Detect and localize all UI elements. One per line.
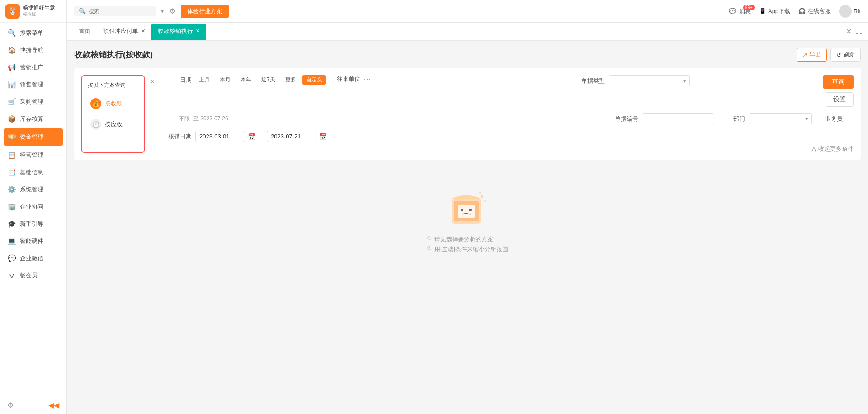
date-custom-btn[interactable]: 自定义 bbox=[302, 75, 326, 85]
sidebar-item-inventory[interactable]: 📦 库存核算 bbox=[0, 110, 66, 128]
sidebar-item-label-hardware: 智能硬件 bbox=[20, 237, 43, 245]
page-header: 收款核销执行(按收款) ↗ 导出 ↺ 刷新 bbox=[74, 48, 861, 62]
search-icon: 🔍 bbox=[7, 29, 16, 37]
logo-icon: 🐰 bbox=[5, 4, 20, 19]
svg-point-5 bbox=[481, 195, 483, 198]
collapse-chevron-icon: ⋀ bbox=[811, 146, 816, 152]
sidebar-item-label-purchase: 采购管理 bbox=[20, 98, 43, 106]
sidebar: 🐰 畅捷通好生意 标准版 🔍 搜索菜单 🏠 快捷导航 📢 营销推广 📊 销售管理… bbox=[0, 0, 67, 414]
date-to-text: 至 2023-07-26 bbox=[193, 115, 228, 123]
doc-type-select-wrapper bbox=[609, 75, 690, 86]
collapse-more-button[interactable]: ⋀ 收起更多条件 bbox=[165, 145, 854, 153]
export-icon: ↗ bbox=[802, 52, 807, 58]
topbar-gear-icon[interactable]: ⚙ bbox=[169, 7, 175, 15]
sidebar-item-label-guide: 新手引导 bbox=[20, 220, 43, 228]
tab-receipt-verify[interactable]: 收款核销执行 ✕ bbox=[151, 24, 206, 40]
partner-dots-icon[interactable]: ··· bbox=[364, 75, 371, 83]
export-button[interactable]: ↗ 导出 bbox=[797, 48, 827, 62]
sidebar-item-label-finance: 资金管理 bbox=[20, 133, 43, 141]
empty-hint1: 请先选择要分析的方案 bbox=[434, 235, 493, 243]
filter-option-by-receivable[interactable]: 🕐 按应收 bbox=[88, 115, 138, 133]
wechat-icon: 💬 bbox=[7, 254, 16, 262]
sales-icon: 📊 bbox=[7, 81, 16, 89]
filter-collapse-button[interactable]: « bbox=[150, 77, 159, 85]
verify-date-start-input[interactable] bbox=[195, 131, 245, 142]
refresh-button[interactable]: ↺ 刷新 bbox=[830, 48, 861, 62]
verify-date-label: 核销日期 bbox=[165, 133, 192, 141]
sidebar-item-guide[interactable]: 🎓 新手引导 bbox=[0, 215, 66, 233]
search-input[interactable] bbox=[89, 8, 143, 14]
sidebar-nav: 🔍 搜索菜单 🏠 快捷导航 📢 营销推广 📊 销售管理 🛒 采购管理 📦 库存核… bbox=[0, 23, 66, 396]
sidebar-item-quick-nav[interactable]: 🏠 快捷导航 bbox=[0, 42, 66, 59]
sidebar-item-operation[interactable]: 📋 经营管理 bbox=[0, 147, 66, 164]
svg-point-3 bbox=[461, 209, 463, 211]
inventory-icon: 📦 bbox=[7, 115, 16, 123]
date-more-btn[interactable]: 更多 bbox=[282, 75, 300, 85]
empty-state: ① 请先选择要分析的方案 ② 用[过滤]条件来缩小分析范围 bbox=[74, 160, 861, 282]
refresh-icon: ↺ bbox=[836, 52, 841, 58]
search-box: 🔍 bbox=[74, 6, 156, 16]
staff-label: 业务员 bbox=[816, 115, 843, 123]
tab-prepay[interactable]: 预付冲应付单 ✕ bbox=[97, 24, 151, 40]
sidebar-item-label-operation: 经营管理 bbox=[20, 151, 43, 159]
sidebar-item-marketing[interactable]: 📢 营销推广 bbox=[0, 59, 66, 76]
sidebar-item-finance[interactable]: 💴 资金管理 bbox=[4, 128, 63, 146]
verify-date-end-input[interactable] bbox=[267, 131, 316, 142]
setting-button[interactable]: 设置 bbox=[826, 92, 854, 107]
sidebar-item-purchase[interactable]: 🛒 采购管理 bbox=[0, 93, 66, 110]
sidebar-item-sales[interactable]: 📊 销售管理 bbox=[0, 76, 66, 93]
page-actions: ↗ 导出 ↺ 刷新 bbox=[797, 48, 861, 62]
tab-prepay-label: 预付冲应付单 bbox=[103, 27, 138, 35]
doc-no-input[interactable] bbox=[642, 113, 714, 124]
filter-action-buttons: 查询 设置 bbox=[823, 75, 854, 107]
industry-solution-button[interactable]: 体验行业方案 bbox=[181, 5, 229, 18]
date-last-month-btn[interactable]: 上月 bbox=[195, 75, 213, 85]
sidebar-bottom: ⚙ ◀◀ bbox=[0, 396, 66, 414]
query-button[interactable]: 查询 bbox=[823, 75, 854, 89]
filter-option-by-receipt[interactable]: 💰 按收款 bbox=[88, 95, 138, 113]
date-this-month-btn[interactable]: 本月 bbox=[216, 75, 234, 85]
filter-scheme-title: 按以下方案查询 bbox=[88, 81, 138, 89]
sidebar-item-enterprise[interactable]: 🏢 企业协同 bbox=[0, 198, 66, 215]
online-service-link[interactable]: 🎧 在线客服 bbox=[798, 7, 831, 15]
sidebar-item-hardware[interactable]: 💻 智能硬件 bbox=[0, 233, 66, 250]
app-download-link[interactable]: 📱 App下载 bbox=[759, 7, 790, 15]
tab-close-all-icon[interactable]: ✕ bbox=[846, 27, 852, 36]
verify-date-start-cal-icon[interactable]: 📅 bbox=[248, 133, 255, 140]
date-last-7days-btn[interactable]: 近7天 bbox=[258, 75, 279, 85]
user-info[interactable]: Rit bbox=[839, 5, 861, 18]
doc-no-label: 单据编号 bbox=[611, 115, 638, 123]
tab-home[interactable]: 首页 bbox=[72, 24, 97, 40]
sidebar-item-label-basic-info: 基础信息 bbox=[20, 168, 43, 176]
collapse-more-label: 收起更多条件 bbox=[818, 145, 854, 153]
svg-point-7 bbox=[479, 192, 481, 194]
tab-receipt-verify-close[interactable]: ✕ bbox=[196, 28, 200, 34]
tab-expand-icon[interactable]: ⛶ bbox=[855, 27, 863, 36]
system-icon: ⚙️ bbox=[7, 186, 16, 194]
sidebar-item-vip[interactable]: V 畅会员 bbox=[0, 267, 66, 284]
topbar-chevron-icon[interactable]: ▾ bbox=[161, 8, 164, 14]
empty-text: ① 请先选择要分析的方案 ② 用[过滤]条件来缩小分析范围 bbox=[427, 235, 508, 255]
date-shortcuts: 上月 本月 本年 近7天 更多 自定义 bbox=[195, 75, 326, 85]
doc-type-select[interactable] bbox=[609, 75, 690, 86]
staff-dots-icon[interactable]: ··· bbox=[846, 115, 854, 123]
sidebar-item-label-marketing: 营销推广 bbox=[20, 63, 43, 71]
tab-prepay-close[interactable]: ✕ bbox=[141, 28, 145, 34]
collapse-sidebar-icon[interactable]: ◀◀ bbox=[48, 401, 59, 409]
date-this-year-btn[interactable]: 本年 bbox=[237, 75, 255, 85]
sidebar-item-system[interactable]: ⚙️ 系统管理 bbox=[0, 181, 66, 198]
settings-icon[interactable]: ⚙ bbox=[7, 401, 14, 409]
finance-icon: 💴 bbox=[7, 133, 16, 141]
sidebar-item-label-quick-nav: 快捷导航 bbox=[20, 46, 43, 54]
message-button[interactable]: 💬 消息 99+ bbox=[729, 7, 751, 15]
filter-right: 日期 上月 本月 本年 近7天 更多 自定义 往来单位 ··· bbox=[165, 75, 854, 153]
dept-select[interactable] bbox=[749, 113, 812, 124]
empty-hint2: 用[过滤]条件来缩小分析范围 bbox=[434, 245, 508, 253]
sidebar-item-basic-info[interactable]: 📑 基础信息 bbox=[0, 164, 66, 181]
sidebar-item-wechat[interactable]: 💬 企业微信 bbox=[0, 250, 66, 267]
sidebar-item-search[interactable]: 🔍 搜索菜单 bbox=[0, 24, 66, 42]
tabs-right: ✕ ⛶ bbox=[846, 27, 863, 36]
user-name: Rit bbox=[854, 8, 861, 14]
verify-date-end-cal-icon[interactable]: 📅 bbox=[319, 133, 327, 140]
main-area: 🔍 ▾ ⚙ 体验行业方案 💬 消息 99+ 📱 App下载 🎧 在线客服 Rit bbox=[67, 0, 868, 414]
